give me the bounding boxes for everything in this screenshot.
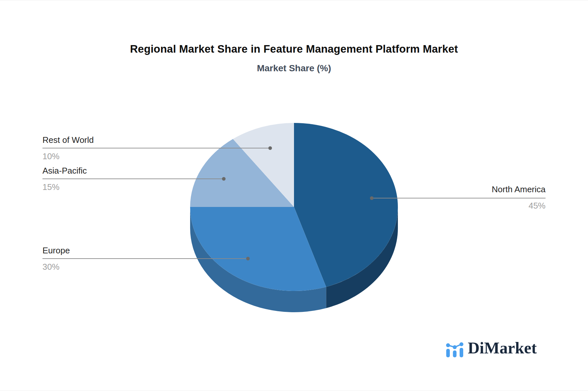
callout-label-asia-pacific: Asia-Pacific bbox=[42, 166, 87, 176]
leader-dot-north-america bbox=[370, 196, 374, 200]
brand-name: DiMarket bbox=[468, 339, 537, 357]
chart-canvas: Regional Market Share in Feature Managem… bbox=[0, 0, 588, 391]
leader-dot-europe bbox=[246, 257, 250, 261]
callout-value-asia-pacific: 15% bbox=[42, 182, 59, 192]
brand-logo: DiMarket bbox=[445, 339, 537, 358]
pie-chart bbox=[0, 0, 588, 391]
callout-label-rest-of-world: Rest of World bbox=[42, 135, 94, 145]
leader-dot-asia-pacific bbox=[222, 177, 226, 181]
bar-line-chart-icon bbox=[445, 341, 465, 358]
leader-dot-rest-of-world bbox=[269, 146, 272, 150]
callout-value-north-america: 45% bbox=[529, 201, 546, 211]
callout-value-rest-of-world: 10% bbox=[42, 151, 59, 162]
callout-label-europe: Europe bbox=[42, 246, 70, 256]
callout-label-north-america: North America bbox=[492, 184, 546, 195]
callout-value-europe: 30% bbox=[42, 262, 59, 272]
